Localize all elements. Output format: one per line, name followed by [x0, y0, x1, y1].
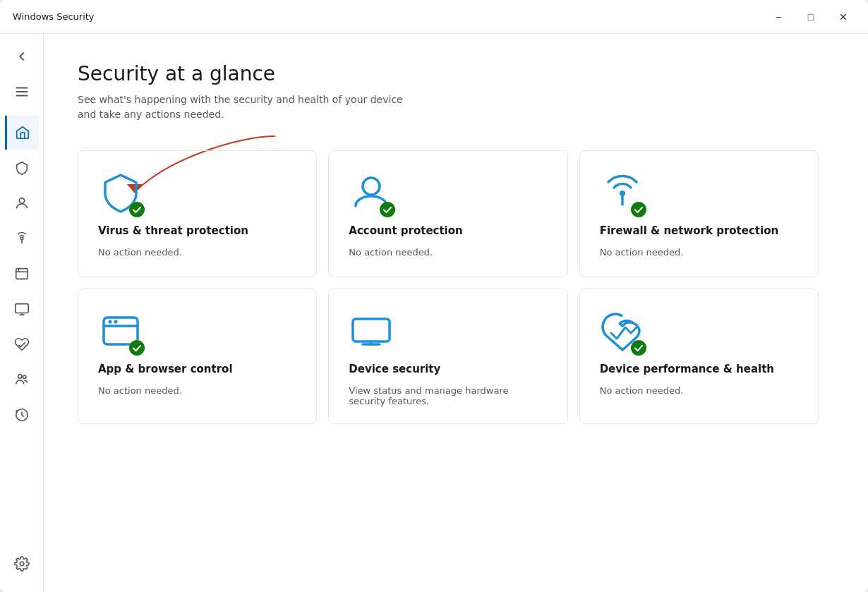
app-card-status: No action needed.: [98, 385, 296, 396]
device-security-icon: [349, 309, 394, 354]
sidebar: [0, 34, 44, 592]
svg-point-4: [20, 237, 23, 240]
sidebar-item-account[interactable]: [5, 186, 39, 220]
window-controls: − □ ✕: [762, 6, 860, 28]
sidebar-item-health[interactable]: [5, 327, 39, 361]
sidebar-item-firewall[interactable]: [5, 222, 39, 255]
sidebar-item-app[interactable]: [5, 257, 39, 291]
app-icon-wrapper: [98, 309, 143, 354]
app-card-title: App & browser control: [98, 363, 296, 377]
sidebar-item-device[interactable]: [5, 292, 39, 326]
svg-point-19: [380, 202, 395, 217]
sidebar-item-settings[interactable]: [5, 547, 39, 581]
account-card-status: No action needed.: [349, 247, 547, 258]
firewall-check-badge: [631, 202, 646, 217]
account-card-title: Account protection: [349, 224, 547, 238]
page-subtitle: See what's happening with the security a…: [78, 92, 834, 122]
sidebar-item-virus[interactable]: [5, 151, 39, 185]
account-icon-wrapper: [349, 171, 394, 216]
device-health-check-badge: [631, 340, 646, 356]
device-health-card-title: Device performance & health: [600, 363, 798, 377]
minimize-button[interactable]: −: [762, 6, 795, 28]
svg-point-21: [631, 202, 646, 217]
window-title: Windows Security: [13, 11, 95, 22]
card-device-health[interactable]: Device performance & health No action ne…: [579, 289, 819, 424]
firewall-icon-wrapper: [600, 171, 645, 216]
device-security-icon-wrapper: [349, 309, 394, 354]
svg-point-13: [23, 375, 26, 379]
firewall-card-title: Firewall & network protection: [600, 224, 798, 238]
device-security-card-title: Device security: [349, 363, 547, 377]
app-window: Windows Security − □ ✕: [0, 0, 868, 592]
app-body: Security at a glance See what's happenin…: [0, 34, 868, 592]
card-account-protection[interactable]: Account protection No action needed.: [328, 150, 567, 277]
svg-point-25: [114, 320, 118, 324]
svg-point-18: [363, 178, 380, 195]
device-health-icon-wrapper: [600, 309, 645, 354]
firewall-card-status: No action needed.: [600, 247, 798, 258]
close-button[interactable]: ✕: [827, 6, 860, 28]
svg-rect-6: [16, 269, 28, 279]
svg-rect-9: [15, 304, 28, 313]
back-button[interactable]: [5, 40, 39, 73]
svg-point-15: [20, 562, 24, 566]
app-check-badge: [129, 340, 145, 356]
card-firewall[interactable]: Firewall & network protection No action …: [579, 150, 819, 277]
card-app-browser[interactable]: App & browser control No action needed.: [78, 289, 317, 424]
svg-point-26: [129, 340, 145, 356]
virus-icon-wrapper: [98, 171, 143, 216]
svg-point-3: [19, 198, 24, 203]
svg-point-24: [109, 320, 112, 324]
device-security-card-status: View status and manage hardware security…: [349, 385, 547, 406]
card-device-security[interactable]: Device security View status and manage h…: [328, 289, 567, 424]
cards-grid-wrapper: Virus & threat protection No action need…: [78, 150, 834, 424]
virus-card-title: Virus & threat protection: [98, 224, 296, 238]
sidebar-item-history[interactable]: [5, 398, 39, 432]
svg-point-17: [129, 202, 145, 217]
svg-point-30: [631, 340, 646, 356]
title-bar: Windows Security − □ ✕: [0, 0, 868, 34]
menu-button[interactable]: [5, 75, 39, 109]
card-virus-threat[interactable]: Virus & threat protection No action need…: [78, 150, 317, 277]
sidebar-item-home[interactable]: [5, 116, 39, 150]
svg-rect-27: [353, 319, 390, 342]
svg-point-12: [18, 375, 22, 379]
main-content: Security at a glance See what's happenin…: [44, 34, 868, 592]
page-title: Security at a glance: [78, 62, 834, 85]
maximize-button[interactable]: □: [795, 6, 827, 28]
device-health-card-status: No action needed.: [600, 385, 798, 396]
sidebar-item-family[interactable]: [5, 363, 39, 397]
virus-card-status: No action needed.: [98, 247, 296, 258]
virus-check-badge: [129, 202, 145, 217]
cards-grid: Virus & threat protection No action need…: [78, 150, 819, 424]
account-check-badge: [380, 202, 395, 217]
